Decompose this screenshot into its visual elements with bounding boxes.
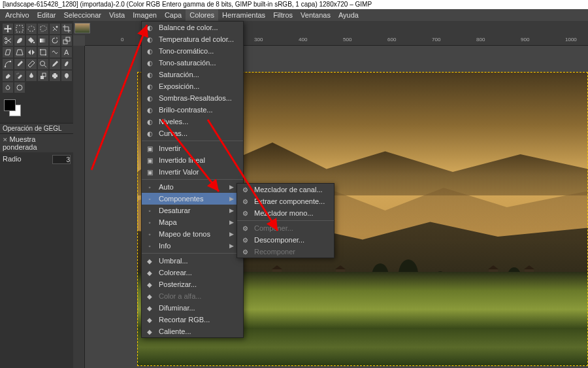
tool-free-select[interactable]	[38, 24, 48, 34]
tool-scissors[interactable]	[3, 35, 13, 46]
ruler-tick: 400	[299, 37, 307, 42]
tool-path[interactable]	[3, 59, 13, 69]
window-title: [landscape-615428_1280] (importada)-2.0 …	[0, 0, 588, 9]
menu-item[interactable]: ⚙Extraer componente...	[237, 195, 334, 207]
tool-clone[interactable]	[38, 71, 48, 81]
gegl-tab[interactable]: ✕ Muestra ponderada	[0, 133, 73, 152]
menu-item[interactable]: ◆Posterizar...	[142, 278, 243, 290]
menu-item[interactable]: ◦Desaturar▶	[142, 205, 243, 216]
ruler-tick: 800	[476, 37, 485, 42]
tool-crop[interactable]	[61, 24, 72, 34]
menu-item[interactable]: ▣Invertido lineal	[142, 154, 243, 166]
menu-item[interactable]: ▣Invertir	[142, 142, 243, 154]
menu-item[interactable]: ◐Saturación...	[142, 69, 243, 80]
menu-item[interactable]: ▣Invertir Valor	[142, 166, 243, 178]
menu-item[interactable]: ◆Difuminar...	[142, 302, 243, 314]
color-swatches[interactable]	[4, 99, 69, 119]
menu-item[interactable]: ◦Mapeo de tonos▶	[142, 228, 243, 240]
menu-ayuda[interactable]: Ayuda	[335, 9, 363, 21]
menu-item[interactable]: ◐Curvas...	[142, 127, 243, 139]
components-submenu: ⚙Mezclador de canal...⚙Extraer component…	[237, 183, 335, 258]
tool-cage[interactable]	[38, 47, 48, 58]
radius-label: Radio	[3, 155, 22, 164]
tool-warp[interactable]	[50, 47, 60, 58]
menu-vista[interactable]: Vista	[105, 9, 129, 21]
menu-item: ⚙Recomponer	[237, 246, 334, 258]
menu-item[interactable]: ◐Sombras-Resaltados...	[142, 92, 243, 104]
tool-rotate[interactable]	[50, 35, 60, 46]
ruler-tick: 300	[254, 37, 263, 42]
menu-item[interactable]: ◐Exposición...	[142, 80, 243, 92]
left-panel: A Operación de GEGL ✕ Muestra ponderada …	[0, 21, 73, 368]
tool-shear[interactable]	[3, 47, 13, 58]
tool-airbrush[interactable]	[14, 71, 25, 81]
tool-ellipse-select[interactable]	[26, 24, 37, 34]
tool-foreground[interactable]	[14, 35, 25, 46]
menu-imagen[interactable]: Imagen	[129, 9, 161, 21]
submenu-arrow-icon: ▶	[229, 184, 234, 190]
menu-icon: ◆	[144, 326, 155, 337]
menu-item[interactable]: ◦Componentes▶	[142, 193, 243, 205]
tool-text[interactable]: A	[61, 47, 72, 58]
tool-color-picker[interactable]	[14, 59, 25, 69]
menu-herramientas[interactable]: Herramientas	[218, 9, 269, 21]
tool-eraser[interactable]	[3, 71, 13, 81]
tool-move[interactable]	[3, 24, 13, 34]
radius-input[interactable]	[52, 155, 71, 164]
menu-item[interactable]: ⚙Mezclador de canal...	[237, 184, 334, 195]
tool-dodge[interactable]	[14, 82, 25, 93]
menu-item[interactable]: ◦Info▶	[142, 240, 243, 252]
menu-colores[interactable]: Colores	[186, 9, 218, 21]
menu-item[interactable]: ◐Balance de color...	[142, 22, 243, 33]
menu-seleccionar[interactable]: Seleccionar	[59, 9, 105, 21]
tool-rect-select[interactable]	[14, 24, 25, 34]
tool-fuzzy-select[interactable]	[50, 24, 60, 34]
menu-archivo[interactable]: Archivo	[1, 9, 33, 21]
tool-bucket[interactable]	[26, 35, 37, 46]
menu-item[interactable]: ◐Niveles...	[142, 116, 243, 127]
submenu-arrow-icon: ▶	[229, 231, 234, 237]
menu-item[interactable]: ◆Recortar RGB...	[142, 314, 243, 326]
tool-ink[interactable]	[26, 71, 37, 81]
menu-item[interactable]: ◐Tono-cromático...	[142, 45, 243, 57]
menu-item[interactable]: ⚙Descomponer...	[237, 234, 334, 246]
menu-item-label: Extraer componente...	[254, 197, 325, 205]
tool-smudge[interactable]	[61, 71, 72, 81]
menu-item: ⚙Componer...	[237, 222, 334, 234]
menu-icon: ◆	[144, 256, 155, 266]
menu-item[interactable]: ◐Temperatura del color...	[142, 33, 243, 45]
menu-item[interactable]: ◦Mapa▶	[142, 216, 243, 228]
menu-icon: ▣	[144, 143, 155, 154]
submenu-arrow-icon: ▶	[229, 243, 234, 249]
menu-item[interactable]: ⚙Mezclador mono...	[237, 207, 334, 219]
menu-icon: ◦	[144, 193, 155, 204]
tool-paint[interactable]	[61, 59, 72, 69]
menu-filtros[interactable]: Filtros	[269, 9, 297, 21]
tool-flip[interactable]	[26, 47, 37, 58]
menu-item[interactable]: ◐Tono-saturación...	[142, 57, 243, 69]
menu-item[interactable]: ◆Caliente...	[142, 326, 243, 337]
menu-item[interactable]: ◦Auto▶	[142, 181, 243, 193]
tool-zoom[interactable]	[38, 59, 48, 69]
menu-item[interactable]: ◐Brillo-contraste...	[142, 104, 243, 116]
tool-gradient[interactable]	[38, 35, 48, 46]
fg-color[interactable]	[4, 99, 16, 111]
tool-blur[interactable]	[3, 82, 13, 93]
menu-icon: ◦	[144, 217, 155, 227]
menu-item[interactable]: ◆Umbral...	[142, 255, 243, 267]
menu-ventanas[interactable]: Ventanas	[297, 9, 335, 21]
menu-icon: ◦	[144, 205, 155, 216]
menubar: ArchivoEditarSeleccionarVistaImagenCapaC…	[0, 9, 588, 21]
tool-pencil[interactable]	[50, 59, 60, 69]
tool-scale[interactable]	[61, 35, 72, 46]
menu-item-label: Tono-cromático...	[159, 47, 234, 55]
tool-perspective[interactable]	[14, 47, 25, 58]
menu-capa[interactable]: Capa	[161, 9, 186, 21]
menu-icon: ◐	[144, 81, 155, 92]
tool-measure[interactable]	[26, 59, 37, 69]
menu-item[interactable]: ◆Colorear...	[142, 267, 243, 278]
tool-heal[interactable]	[50, 71, 60, 81]
image-tab-thumb[interactable]	[74, 23, 90, 33]
menu-editar[interactable]: Editar	[33, 9, 60, 21]
menu-item-label: Componer...	[254, 224, 325, 232]
